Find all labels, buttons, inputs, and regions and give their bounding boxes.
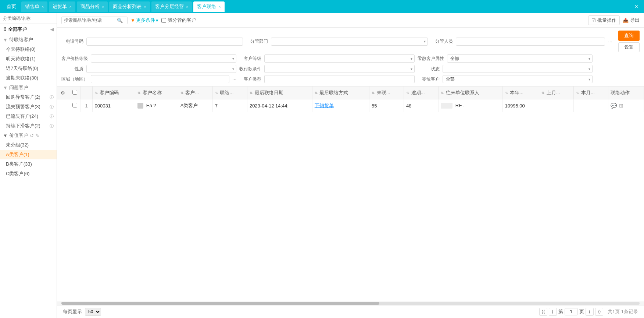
nav-tab-customer-segment-close[interactable]: × — [186, 4, 188, 9]
filter-my-customers-checkbox[interactable] — [161, 18, 166, 23]
sidebar-item-declining[interactable]: 持续下滑客户(2) ⓘ — [0, 121, 57, 131]
sidebar-item-ungroup[interactable]: 未分组(32) — [0, 140, 57, 150]
nav-tab-customer-contact-close[interactable]: × — [218, 4, 221, 9]
per-page-select[interactable]: 50 — [85, 308, 101, 316]
sidebar-info-icon-1: ⓘ — [50, 95, 54, 100]
sidebar-search-input[interactable] — [3, 16, 57, 21]
th-name: ⇅ 客户名称 — [135, 86, 178, 99]
sidebar-item-c-class[interactable]: C类客户(6) — [0, 169, 57, 179]
sidebar-collapse-icon[interactable]: ◀ — [50, 27, 54, 32]
filter-retail-attr-label: 零散客户属性 — [418, 56, 444, 62]
nav-tab-customer-segment[interactable]: 客户分层经营 × — [151, 1, 192, 12]
th-last-contact-date-sort: ⇅ — [250, 91, 253, 95]
query-button[interactable]: 查询 — [618, 31, 640, 41]
sidebar-all-customers-header[interactable]: ⠿ 全部客户 ◀ — [0, 24, 57, 35]
nav-tab-analysis-list-close[interactable]: × — [144, 4, 146, 9]
filter-region-dots[interactable]: ··· — [232, 76, 237, 82]
nav-tab-analysis[interactable]: 商品分析 × — [77, 1, 108, 12]
filter-payment-input[interactable] — [264, 65, 414, 73]
filter-retail-attr-input[interactable] — [447, 54, 593, 63]
nav-tab-purchase-close[interactable]: × — [69, 4, 71, 9]
filter-phone-input[interactable] — [86, 38, 243, 46]
filter-dept-label: 分管部门 — [246, 38, 268, 45]
sidebar-refresh-icon[interactable]: ↺ — [30, 133, 34, 138]
row-checkbox[interactable] — [72, 103, 77, 107]
filter-search-icon[interactable]: 🔍 — [117, 18, 123, 23]
action-message-icon[interactable]: 💬 — [611, 103, 617, 109]
nav-tab-sales-close[interactable]: × — [42, 4, 44, 9]
sidebar-item-7days[interactable]: 近7天待联络(0) — [0, 64, 57, 73]
scrollbar-thumb[interactable] — [61, 302, 379, 305]
filter-payment-label: 收付款条件 — [239, 66, 261, 72]
td-unit-contact: RE . — [439, 99, 502, 112]
sidebar-item-churned[interactable]: 已流失客户(24) ⓘ — [0, 112, 57, 121]
filter-nature-field: 性质 ▾ — [61, 65, 236, 73]
td-name: Ea ? — [135, 99, 178, 112]
page-prev-btn[interactable]: ⟨ — [549, 308, 557, 316]
filter-customer-type-input[interactable] — [264, 75, 414, 83]
table-select-all[interactable] — [72, 90, 77, 95]
filter-row-1: 电话号码 分管部门 ▾ 分管人员 ··· 查询 设置 — [61, 31, 640, 52]
filter-dept-input[interactable] — [271, 38, 427, 46]
filter-price-level-input[interactable] — [91, 54, 236, 63]
total-records-text: 共1页 1条记录 — [608, 308, 638, 315]
page-last-btn[interactable]: ⟩⟩ — [595, 308, 603, 316]
action-qr-icon[interactable]: ⊞ — [619, 103, 623, 109]
top-close-button[interactable]: × — [632, 3, 641, 10]
filter-retail-label: 零散客户 — [418, 76, 440, 82]
nav-tab-analysis-list-label: 商品分析列表 — [113, 3, 142, 10]
filter-customer-level-input[interactable] — [264, 54, 414, 63]
setting-button[interactable]: 设置 — [618, 42, 640, 52]
export-btn[interactable]: 📤 导出 — [623, 17, 640, 24]
horizontal-scrollbar[interactable] — [57, 301, 644, 305]
sidebar-item-overdue[interactable]: 逾期未联络(30) — [0, 73, 57, 83]
filter-more-btn[interactable]: ▼ 更多条件 ▾ — [130, 17, 158, 24]
page-number-input[interactable] — [565, 308, 578, 315]
filter-retail-input[interactable] — [443, 75, 593, 83]
sidebar-item-churn-warning[interactable]: 流失预警客户(3) ⓘ — [0, 102, 57, 112]
sidebar-edit-icon[interactable]: ✎ — [35, 133, 39, 138]
sidebar-value-group: ▼ 价值客户 ↺ ✎ — [0, 131, 57, 140]
th-code: ⇅ 客户编码 — [92, 86, 135, 99]
th-unit-contact-sort: ⇅ — [441, 91, 444, 95]
th-last-month: ⇅ 上月... — [539, 86, 574, 99]
th-action: 联络动作 — [608, 86, 644, 99]
page-first-btn[interactable]: ⟨⟨ — [539, 308, 547, 316]
filter-search-input[interactable] — [64, 18, 115, 23]
filter-nature-wrapper: ▾ — [86, 65, 236, 73]
batch-operation-btn[interactable]: ☑ 批量操作 — [588, 15, 620, 25]
nav-tab-customer-contact[interactable]: 客户联络 × — [193, 1, 224, 12]
filter-my-customers-label: 我分管的客户 — [168, 17, 196, 24]
td-overdue: 48 — [404, 99, 439, 112]
filter-person-dots[interactable]: ··· — [608, 39, 612, 45]
sidebar-item-b-class[interactable]: B类客户(33) — [0, 159, 57, 169]
filter-status-field: 状态 ▾ — [418, 65, 593, 73]
nav-home[interactable]: 首页 — [3, 1, 20, 12]
th-checkbox — [69, 86, 80, 99]
filter-price-level-field: 客户价格等级 ▾ — [61, 54, 236, 63]
sidebar-item-a-class[interactable]: A类客户(1) — [0, 150, 57, 159]
filter-nature-input[interactable] — [86, 65, 236, 73]
sidebar-item-tomorrow[interactable]: 明天待联络(1) — [0, 54, 57, 64]
filter-status-input[interactable] — [443, 65, 593, 73]
filter-retail-field: 零散客户 ▾ — [418, 75, 593, 83]
sidebar-item-today[interactable]: 今天待联络(0) — [0, 45, 57, 54]
table-row: 1 000031 Ea ? A类客户 7 2023-04-12 14:44: 下… — [57, 99, 644, 112]
nav-tab-sales[interactable]: 销售单 × — [21, 1, 47, 12]
th-settings[interactable]: ⚙ — [57, 86, 69, 99]
last-contact-way-link[interactable]: 下销货单 — [315, 103, 334, 108]
nav-tab-analysis-close[interactable]: × — [102, 4, 104, 9]
sidebar-item-repurchase-label: 回购异常客户(2) — [6, 94, 40, 100]
filter-region-input[interactable] — [91, 75, 229, 83]
th-contact-count-label: 联络... — [220, 90, 233, 95]
filter-person-input[interactable] — [456, 38, 605, 46]
th-contact-count: ⇅ 联络... — [212, 86, 247, 99]
td-unit-contact-text: RE . — [455, 103, 465, 108]
per-page-label: 每页显示 — [63, 308, 82, 315]
sidebar-item-repurchase[interactable]: 回购异常客户(2) ⓘ — [0, 92, 57, 102]
nav-tab-sales-label: 销售单 — [25, 3, 39, 10]
page-next-btn[interactable]: ⟩ — [586, 308, 594, 316]
query-buttons: 查询 设置 — [615, 31, 640, 52]
nav-tab-analysis-list[interactable]: 商品分析列表 × — [109, 1, 150, 12]
nav-tab-purchase[interactable]: 进货单 × — [49, 1, 75, 12]
